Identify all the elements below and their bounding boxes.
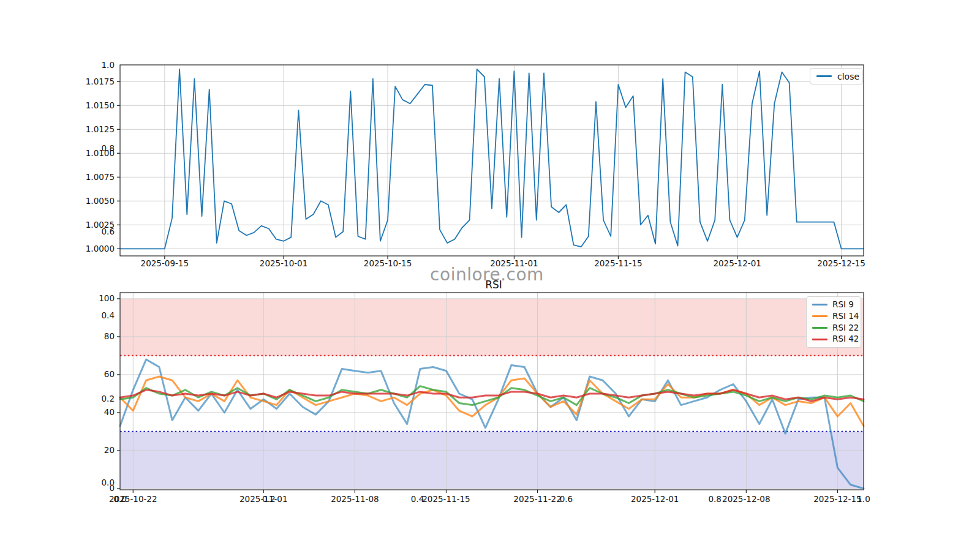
overlay-x-tick-label: 1.0 bbox=[857, 494, 870, 504]
rsi-x-tick-label: 2025-11-15 bbox=[422, 494, 470, 504]
price-x-tick-label: 2025-10-15 bbox=[364, 258, 412, 268]
price-x-tick-label: 2025-12-15 bbox=[817, 258, 865, 268]
price-spines bbox=[120, 65, 864, 256]
price-y-tick-label: 1.0050 bbox=[86, 196, 115, 206]
overlay-y-tick-label: 0.2 bbox=[102, 394, 115, 403]
legend-label-rsi22: RSI 22 bbox=[832, 324, 859, 332]
overlay-x-tick-label: 0.6 bbox=[560, 494, 573, 504]
price-legend: close bbox=[810, 68, 863, 84]
legend-label-close: close bbox=[837, 72, 859, 81]
rsi9-line-swatch bbox=[812, 304, 827, 305]
oversold-band bbox=[120, 432, 864, 489]
rsi-legend: RSI 9 RSI 14 RSI 22 RSI 42 bbox=[806, 296, 861, 348]
price-y-tick-label: 1.0000 bbox=[86, 244, 115, 253]
price-y-tick-label: 1.0175 bbox=[86, 77, 115, 86]
price-y-tick-label: 1.0125 bbox=[86, 124, 115, 134]
price-x-tick-label: 2025-10-01 bbox=[260, 258, 307, 268]
overlay-y-tick-label: 0.8 bbox=[102, 143, 115, 153]
overlay-x-tick-label: 0.0 bbox=[113, 494, 126, 504]
rsi-x-tick-label: 2025-12-01 bbox=[631, 494, 679, 504]
close-line-swatch bbox=[816, 75, 832, 77]
rsi-y-tick-label: 80 bbox=[104, 331, 115, 341]
legend-item-rsi14: RSI 14 bbox=[812, 312, 861, 321]
overlay-x-tick-label: 0.4 bbox=[411, 494, 424, 504]
rsi-y-tick-label: 60 bbox=[104, 369, 115, 379]
price-chart: 1.01751.01501.01251.01001.00751.00501.00… bbox=[86, 65, 865, 268]
price-grid bbox=[120, 65, 864, 256]
overlay-y-tick-label: 0.4 bbox=[102, 310, 115, 320]
chart-figure: 1.01751.01501.01251.01001.00751.00501.00… bbox=[0, 0, 980, 551]
legend-item-rsi42: RSI 42 bbox=[812, 335, 861, 343]
rsi-chart-title: RSI bbox=[485, 279, 502, 291]
overbought-band bbox=[120, 299, 864, 356]
rsi22-line-swatch bbox=[812, 327, 827, 329]
rsi-y-tick-label: 20 bbox=[104, 445, 115, 455]
legend-label-rsi9: RSI 9 bbox=[832, 301, 854, 309]
legend-item-rsi22: RSI 22 bbox=[812, 324, 861, 332]
legend-label-rsi42: RSI 42 bbox=[832, 335, 859, 343]
price-x-tick-label: 2025-11-15 bbox=[594, 258, 642, 268]
rsi-x-tick-label: 2025-11-08 bbox=[331, 494, 379, 504]
price-series-close bbox=[120, 69, 864, 249]
overlay-x-tick-label: 0.8 bbox=[708, 494, 721, 504]
price-y-tick-label: 1.0075 bbox=[86, 172, 115, 182]
overlay-x-tick-label: 0.2 bbox=[262, 494, 275, 504]
price-y-tick-label: 1.0150 bbox=[86, 100, 115, 110]
rsi-x-tick-label: 2025-12-08 bbox=[722, 494, 770, 504]
rsi-y-tick-label: 40 bbox=[104, 407, 115, 417]
price-x-tick-label: 2025-12-01 bbox=[713, 258, 761, 268]
rsi-x-tick-label: 2025-11-22 bbox=[513, 494, 561, 504]
rsi-x-tick-label: 2025-12-15 bbox=[813, 494, 861, 504]
overlay-y-tick-label: 1.0 bbox=[102, 60, 115, 70]
price-x-tick-label: 2025-09-15 bbox=[141, 258, 189, 268]
rsi-y-tick-label: 100 bbox=[99, 293, 115, 303]
rsi-chart: 1008060402002025-10-222025-11-012025-11-… bbox=[99, 293, 864, 504]
overlay-y-tick-label: 0.6 bbox=[102, 227, 115, 236]
overlay-y-tick-label: 0.0 bbox=[102, 478, 115, 487]
legend-item-rsi9: RSI 9 bbox=[812, 301, 861, 309]
rsi42-line-swatch bbox=[812, 339, 827, 340]
rsi14-line-swatch bbox=[812, 315, 827, 317]
legend-label-rsi14: RSI 14 bbox=[832, 312, 859, 321]
